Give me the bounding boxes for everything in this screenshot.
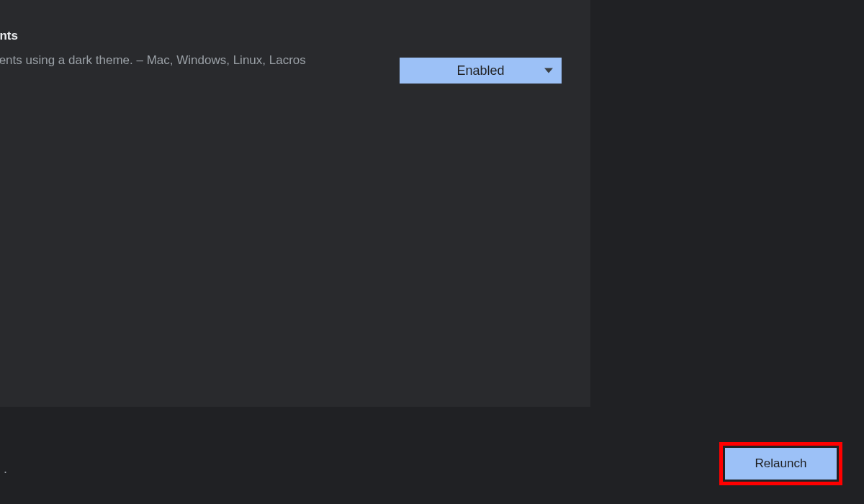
truncated-text: . [4, 462, 7, 477]
relaunch-button[interactable]: Relaunch [725, 448, 837, 480]
relaunch-highlight-box: Relaunch [719, 442, 842, 485]
bottom-bar: . Relaunch [0, 407, 864, 504]
chevron-down-icon [544, 68, 553, 73]
flag-description: ontents using a dark theme. – Mac, Windo… [0, 50, 371, 70]
flag-title: ents [0, 29, 371, 43]
flag-dropdown-wrapper: Enabled [400, 58, 562, 84]
flag-text-block: ents ontents using a dark theme. – Mac, … [0, 29, 400, 70]
relaunch-label: Relaunch [755, 456, 807, 471]
flags-content-panel: ents ontents using a dark theme. – Mac, … [0, 0, 590, 407]
flag-state-dropdown[interactable]: Enabled [400, 58, 562, 84]
dropdown-selected-label: Enabled [456, 63, 504, 78]
flag-row: ents ontents using a dark theme. – Mac, … [0, 0, 590, 84]
